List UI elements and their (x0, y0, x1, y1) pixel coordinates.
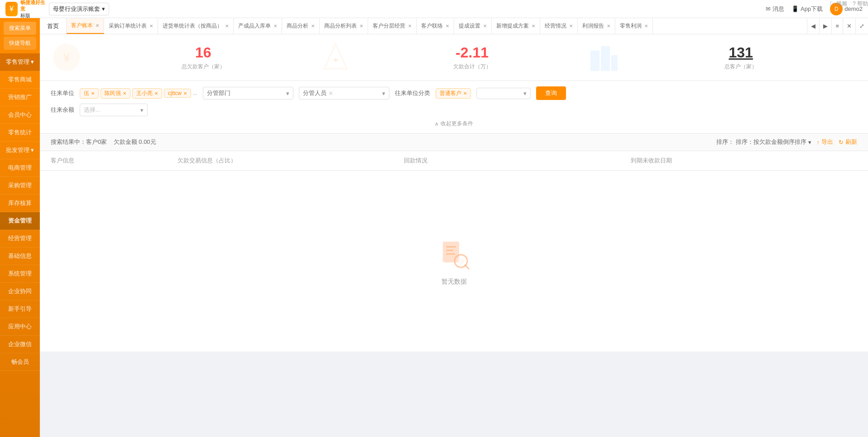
filter-row-1: 往来单位 伍 ✕ 陈民强 ✕ 王小亮 ✕ (51, 86, 857, 100)
tab-close-icon[interactable]: ✕ (607, 24, 610, 28)
sidebar-item-inventory[interactable]: 库存核算 (0, 195, 40, 212)
tab-close-icon[interactable]: ✕ (483, 24, 487, 28)
unit-tag-chen: 陈民强 ✕ (101, 88, 130, 99)
tab-purchase-stats-product[interactable]: 进货单统计表（按商品） ✕ (158, 18, 234, 34)
tab-close-icon[interactable]: ✕ (644, 24, 648, 28)
sidebar-item-retail-stats[interactable]: 零售统计 (0, 124, 40, 142)
tab-product-inbound[interactable]: 产成品入库单 ✕ (234, 18, 282, 34)
sidebar-item-ecommerce[interactable]: 电商管理 (0, 159, 40, 177)
sidebar-item-new-guide[interactable]: 新手引导 (0, 300, 40, 318)
results-info: 搜索结果中：客户0家 欠款金额 0.00元 (51, 138, 156, 146)
stats-row: ¥ 16 总欠款客户（家） ✦ -2.11 欠款合计（万） (40, 34, 868, 81)
sidebar-item-retail-mall[interactable]: 零售商城 (0, 71, 40, 89)
sort-label: 排序： (716, 138, 734, 146)
collapse-button[interactable]: ∧ 收起更多条件 (51, 120, 857, 128)
sidebar-item-basic-info[interactable]: 基础信息 (0, 247, 40, 265)
unit-tag-wang: 王小亮 ✕ (132, 88, 162, 99)
svg-rect-4 (590, 51, 599, 71)
unit-tag-cjttcw: cjttcw ✕ (164, 89, 191, 98)
refresh-button[interactable]: ↻ 刷新 (839, 138, 857, 146)
filter-row-2: 往来余额 选择... ▾ (51, 104, 857, 116)
tab-close-icon[interactable]: ✕ (446, 24, 449, 28)
sidebar-item-marketing[interactable]: 营销推广 (0, 89, 40, 106)
sidebar-item-enterprise-collab[interactable]: 企业协同 (0, 283, 40, 300)
tab-close-icon[interactable]: ✕ (532, 24, 535, 28)
tab-close-icon[interactable]: ✕ (225, 24, 229, 28)
tab-new-commission[interactable]: 新增提成方案 ✕ (492, 18, 540, 34)
search-menu-button[interactable]: 搜索菜单 (4, 22, 36, 35)
app-download-button[interactable]: 📱 App下载 (791, 5, 823, 13)
tab-close-icon[interactable]: ✕ (96, 23, 99, 28)
stat-total-customers: 131 总客户（家） (624, 44, 857, 71)
tab-expand-button[interactable]: ⤢ (855, 18, 868, 34)
balance-select[interactable]: 选择... ▾ (80, 104, 148, 116)
tab-commission-setting[interactable]: 提成设置 ✕ (454, 18, 492, 34)
category-tag-normal: 普通客户 ✕ (436, 88, 471, 99)
remove-tag-cjttcw[interactable]: ✕ (183, 91, 187, 96)
tab-home[interactable]: 首页 (40, 18, 67, 34)
more-tags-button[interactable]: ... (193, 90, 197, 96)
tab-product-analysis[interactable]: 商品分析 ✕ (282, 18, 320, 34)
chevron-down-icon: ▾ (382, 90, 385, 97)
sidebar-item-member[interactable]: 畅会员 (0, 353, 40, 371)
tab-close-icon[interactable]: ✕ (273, 24, 277, 28)
sidebar-item-finance[interactable]: 资金管理 (0, 212, 40, 230)
export-button[interactable]: ↑ 导出 (817, 138, 834, 146)
results-actions: 排序： 排序：按欠款金额倒序排序 ▾ ↑ 导出 ↻ 刷新 (716, 138, 858, 146)
svg-rect-5 (601, 46, 610, 71)
sidebar-item-retail-mgmt[interactable]: 零售管理 ▾ (0, 53, 40, 71)
query-button[interactable]: 查询 (536, 86, 566, 100)
tab-retail-profit[interactable]: 零售利润 ✕ (615, 18, 653, 34)
sort-select[interactable]: 排序： 排序：按欠款金额倒序排序 ▾ (716, 138, 811, 146)
remove-category-tag[interactable]: ✕ (463, 91, 467, 96)
page-content: ¥ 16 总欠款客户（家） ✦ -2.11 欠款合计（万） (40, 34, 868, 437)
svg-rect-7 (443, 242, 459, 262)
tab-close-icon[interactable]: ✕ (408, 24, 412, 28)
category-select-dropdown[interactable]: ▾ (476, 88, 531, 99)
chevron-up-icon: ∧ (435, 121, 439, 127)
tab-menu-button[interactable]: ≡ (831, 18, 843, 34)
tab-close-all-button[interactable]: ✕ (843, 18, 855, 34)
tab-prev-button[interactable]: ◀ (807, 18, 819, 34)
tab-purchase-order-stats[interactable]: 采购订单统计表 ✕ (104, 18, 158, 34)
tab-customer-account[interactable]: 客户账本 ✕ (67, 18, 104, 34)
sidebar-item-purchase[interactable]: 采购管理 (0, 177, 40, 195)
message-button[interactable]: ✉ 消息 (766, 5, 784, 13)
empty-text: 暂无数据 (441, 278, 467, 286)
tab-product-analysis-list[interactable]: 商品分析列表 ✕ (320, 18, 368, 34)
tab-close-icon[interactable]: ✕ (311, 24, 315, 28)
sidebar-item-member-center[interactable]: 会员中心 (0, 106, 40, 124)
tab-next-button[interactable]: ▶ (819, 18, 831, 34)
table-body: 暂无数据 (40, 171, 868, 352)
tab-close-icon[interactable]: ✕ (569, 24, 573, 28)
remove-tag-wu[interactable]: ✕ (91, 91, 95, 96)
sidebar-item-app-center[interactable]: 应用中心 (0, 318, 40, 336)
tab-close-icon[interactable]: ✕ (360, 24, 363, 28)
empty-illustration (436, 236, 472, 272)
quick-nav-button[interactable]: 快捷导航 (4, 37, 36, 50)
sidebar-item-system[interactable]: 系统管理 (0, 265, 40, 283)
stat-label: 欠款合计（万） (453, 63, 491, 71)
results-bar: 搜索结果中：客户0家 欠款金额 0.00元 排序： 排序：按欠款金额倒序排序 ▾… (40, 133, 868, 151)
sidebar-item-operations[interactable]: 经营管理 (0, 230, 40, 247)
sidebar-item-wechat[interactable]: 企业微信 (0, 336, 40, 353)
chevron-icon: ▾ (31, 58, 34, 65)
tab-operations[interactable]: 经营情况 ✕ (540, 18, 578, 34)
tab-profit-report[interactable]: 利润报告 ✕ (578, 18, 615, 34)
department-select[interactable]: 分管部门 ▾ (203, 87, 293, 100)
tab-customer-contact[interactable]: 客户联络 ✕ (417, 18, 454, 34)
chevron-down-icon: ▾ (808, 139, 811, 146)
stat-bg-icon-mid: ✦ (320, 42, 356, 73)
refresh-icon: ↻ (839, 139, 844, 146)
remove-tag-wang[interactable]: ✕ (154, 91, 158, 96)
empty-state: 暂无数据 (436, 236, 472, 286)
tab-nav-buttons: ◀ ▶ ≡ ✕ ⤢ (807, 18, 868, 34)
tab-customer-tier[interactable]: 客户分层经营 ✕ (368, 18, 417, 34)
tab-close-icon[interactable]: ✕ (149, 24, 153, 28)
remove-tag-chen[interactable]: ✕ (123, 91, 126, 96)
account-selector[interactable]: 母婴行业演示账套 ▾ (49, 3, 109, 15)
clear-person-icon[interactable]: ✕ (328, 90, 333, 97)
person-select[interactable]: 分管人员 ✕ ▾ (299, 87, 389, 100)
top-bar: ¥ 畅捷通好生意 标版 母婴行业演示账套 ▾ ✉ 消息 📱 App下载 D de… (0, 0, 868, 18)
sidebar-item-wholesale-mgmt[interactable]: 批发管理 ▾ (0, 142, 40, 159)
